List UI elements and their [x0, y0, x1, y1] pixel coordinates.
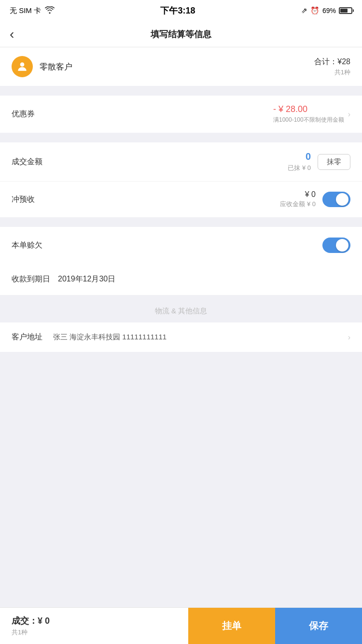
customer-section: 零散客户 合计：¥28 共1种	[0, 47, 362, 86]
coupon-desc: 满1000-100不限制使用金额	[273, 116, 344, 124]
nav-bar: ‹ 填写结算等信息	[0, 21, 362, 47]
location-icon: ⇗	[301, 6, 307, 15]
address-section: 客户地址 张三 海淀永丰科技园 11111111111 ›	[0, 322, 362, 352]
customer-left: 零散客户	[12, 56, 72, 77]
customer-row: 零散客户 合计：¥28 共1种	[0, 47, 362, 86]
address-label: 客户地址	[12, 332, 45, 342]
amount-col: 0 已抹 ¥ 0	[288, 151, 311, 172]
date-row: 收款到期日 2019年12月30日	[0, 264, 362, 295]
page-title: 填写结算等信息	[151, 28, 211, 40]
amount-right: 0 已抹 ¥ 0 抹零	[288, 151, 350, 172]
amount-label: 成交金额	[12, 157, 288, 167]
round-button[interactable]: 抹零	[318, 154, 350, 170]
status-bar: 无 SIM 卡 下午3:18 ⇗ ⏰ 69%	[0, 0, 362, 21]
bottom-deal-amount: ¥ 0	[38, 616, 50, 626]
status-right: ⇗ ⏰ 69%	[301, 6, 352, 15]
address-chevron-icon: ›	[348, 333, 350, 342]
coupon-section: 优惠券 - ¥ 28.00 满1000-100不限制使用金额 ›	[0, 96, 362, 133]
bottom-deal-label: 成交：	[12, 616, 38, 626]
debt-row: 本单赊欠	[0, 227, 362, 264]
coupon-detail: - ¥ 28.00 满1000-100不限制使用金额	[273, 104, 344, 124]
hangup-button[interactable]: 挂单	[188, 608, 275, 644]
amount-sub: 已抹 ¥ 0	[288, 164, 311, 172]
customer-avatar	[12, 56, 33, 77]
total-amount: 合计：¥28	[314, 57, 350, 67]
sim-text: 无 SIM 卡	[10, 6, 41, 15]
address-value: 张三 海淀永丰科技园 11111111111	[53, 333, 348, 342]
date-value: 2019年12月30日	[58, 274, 115, 284]
back-button[interactable]: ‹	[10, 28, 14, 41]
save-button[interactable]: 保存	[275, 608, 362, 644]
svg-point-0	[20, 62, 25, 67]
prepay-label: 冲预收	[12, 195, 35, 205]
prepay-amount: ¥ 0	[280, 190, 316, 199]
prepay-sub: 应收金额 ¥ 0	[280, 200, 316, 209]
coupon-discount: - ¥ 28.00	[273, 104, 344, 114]
debt-label: 本单赊欠	[12, 240, 42, 251]
status-time: 下午3:18	[160, 5, 195, 16]
amount-row: 成交金额 0 已抹 ¥ 0 抹零	[0, 142, 362, 182]
debt-toggle[interactable]	[322, 238, 350, 253]
coupon-label: 优惠券	[12, 109, 35, 119]
customer-total: 合计：¥28 共1种	[314, 57, 350, 77]
alarm-icon: ⏰	[310, 6, 320, 15]
transaction-section: 成交金额 0 已抹 ¥ 0 抹零 冲预收 ¥ 0 应收金额 ¥ 0	[0, 142, 362, 217]
debt-toggle-knob	[336, 239, 348, 252]
bottom-bar: 成交：¥ 0 共1种 挂单 保存	[0, 607, 362, 644]
debt-section: 本单赊欠 收款到期日 2019年12月30日	[0, 227, 362, 295]
amount-value: 0	[306, 151, 311, 162]
date-label: 收款到期日	[12, 274, 50, 284]
toggle-knob	[336, 193, 348, 206]
coupon-chevron-icon: ›	[348, 110, 350, 119]
battery-percent: 69%	[322, 7, 336, 14]
logistics-divider: 物流 & 其他信息	[0, 300, 362, 322]
logistics-text: 物流 & 其他信息	[155, 307, 207, 315]
bottom-info: 成交：¥ 0 共1种	[0, 615, 188, 637]
wifi-icon	[45, 6, 55, 15]
coupon-right: - ¥ 28.00 满1000-100不限制使用金额 ›	[273, 104, 350, 124]
prepay-right: ¥ 0 应收金额 ¥ 0	[280, 190, 350, 209]
address-row[interactable]: 客户地址 张三 海淀永丰科技园 11111111111 ›	[0, 322, 362, 352]
prepay-row: 冲预收 ¥ 0 应收金额 ¥ 0	[0, 182, 362, 217]
bottom-count: 共1种	[12, 628, 177, 637]
total-count: 共1种	[314, 68, 350, 77]
bottom-deal: 成交：¥ 0	[12, 615, 177, 627]
prepay-toggle[interactable]	[322, 192, 350, 207]
customer-name: 零散客户	[40, 61, 72, 72]
battery-icon	[339, 7, 352, 14]
prepay-amount-block: ¥ 0 应收金额 ¥ 0	[280, 190, 316, 209]
status-left: 无 SIM 卡	[10, 6, 55, 15]
coupon-row[interactable]: 优惠券 - ¥ 28.00 满1000-100不限制使用金额 ›	[0, 96, 362, 133]
